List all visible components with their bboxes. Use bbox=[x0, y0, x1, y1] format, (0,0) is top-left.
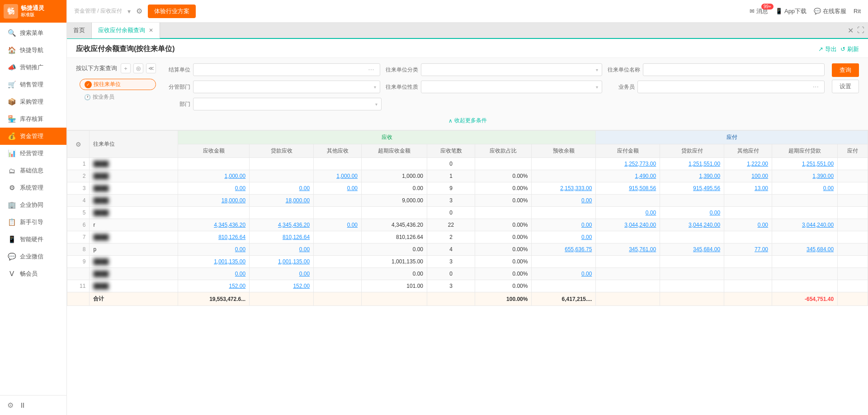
nav-dropdown-icon[interactable]: ▾ bbox=[127, 8, 131, 15]
sidebar-item-basic[interactable]: 🗂 基础信息 bbox=[0, 162, 66, 179]
hardware-icon: 📱 bbox=[7, 235, 16, 243]
settlement-unit-select[interactable]: ··· bbox=[193, 63, 380, 76]
table-settings-gear-icon[interactable]: ⚙ bbox=[75, 141, 81, 148]
other-recv-col: 其他应收 bbox=[314, 144, 362, 158]
finance-icon: 💰 bbox=[7, 132, 16, 140]
other-pay-col: 其他应付 bbox=[724, 144, 772, 158]
member-icon: Ⅴ bbox=[7, 270, 16, 278]
header-settings-icon[interactable]: ⚙ bbox=[136, 7, 142, 15]
message-icon: ✉ bbox=[750, 8, 755, 14]
unit-nature-select[interactable]: ▾ bbox=[421, 81, 603, 93]
recv-amount-col: 应收金额 bbox=[178, 144, 250, 158]
tab-close-window-icon[interactable]: ✕ bbox=[848, 26, 854, 35]
sidebar-item-system[interactable]: ⚙ 系统管理 bbox=[0, 179, 66, 196]
footer-recv-ratio: 100.00% bbox=[475, 292, 531, 306]
unit-name-input[interactable] bbox=[643, 63, 825, 76]
staff-dots-icon[interactable]: ··· bbox=[811, 83, 821, 91]
back-scheme-icon[interactable]: ≪ bbox=[146, 63, 156, 73]
online-service-button[interactable]: 💬 在线客服 bbox=[814, 7, 846, 15]
dept-select[interactable]: ▾ bbox=[193, 98, 382, 110]
table-row: 9████1,001,135.001,001,135.001,001,135.0… bbox=[67, 256, 868, 268]
purchase-icon: 📦 bbox=[7, 98, 16, 106]
table-row: 11████152.00152.00101.0030.00% bbox=[67, 280, 868, 292]
sidebar-item-operation[interactable]: 📊 经营管理 bbox=[0, 145, 66, 162]
add-scheme-icon[interactable]: ＋ bbox=[121, 63, 131, 73]
sidebar-bottom: ⚙ ⏸ bbox=[0, 395, 66, 415]
filter-scheme-bar: 按以下方案查询 ＋ ◎ ≪ bbox=[76, 63, 156, 73]
manage-dept-arrow-icon: ▾ bbox=[374, 85, 376, 90]
sidebar-item-wechat[interactable]: 💬 企业微信 bbox=[0, 248, 66, 265]
page-header: 应收应付余额查询(按往来单位) ↗ 导出 ↺ 刷新 bbox=[67, 39, 868, 58]
sidebar-item-quicknav[interactable]: 🏠 快捷导航 bbox=[0, 42, 66, 59]
search-menu-icon: 🔍 bbox=[7, 29, 16, 37]
sidebar: 畅 畅捷通灵 标准版 🔍 搜索菜单 🏠 快捷导航 📣 营销推广 🛒 销售管理 📦… bbox=[0, 0, 67, 415]
message-button[interactable]: ✉ 消息 99+ bbox=[750, 7, 768, 15]
table-row: 2████1,000.001,000.001,000.0010.00%1,490… bbox=[67, 170, 868, 182]
edit-scheme-icon[interactable]: ◎ bbox=[133, 63, 143, 73]
page-area: 应收应付余额查询(按往来单位) ↗ 导出 ↺ 刷新 按以下方案查询 bbox=[67, 39, 868, 415]
sidebar-item-purchase[interactable]: 📦 采购管理 bbox=[0, 93, 66, 110]
staff-select[interactable]: ··· bbox=[637, 81, 825, 93]
collapse-icon[interactable]: ⏸ bbox=[19, 401, 26, 410]
sidebar-item-hardware[interactable]: 📱 智能硬件 bbox=[0, 231, 66, 248]
export-button[interactable]: ↗ 导出 bbox=[818, 45, 837, 53]
collapse-button[interactable]: ∧ 收起更多条件 bbox=[448, 117, 487, 124]
overdue-recv-col: 超期应收金额 bbox=[362, 144, 427, 158]
manage-dept-select[interactable]: ▾ bbox=[193, 81, 380, 93]
sidebar-item-sales[interactable]: 🛒 销售管理 bbox=[0, 76, 66, 93]
guide-icon: 📋 bbox=[7, 218, 16, 226]
tab-fullscreen-icon[interactable]: ⛶ bbox=[857, 26, 864, 34]
refresh-button[interactable]: ↺ 刷新 bbox=[840, 45, 859, 53]
sidebar-logo: 畅 畅捷通灵 标准版 bbox=[0, 0, 66, 23]
user-profile[interactable]: Rit bbox=[854, 8, 861, 14]
sidebar-item-member[interactable]: Ⅴ 畅会员 bbox=[0, 265, 66, 282]
filter-row-1: 结算单位 ··· 往来单位分类 ▾ bbox=[163, 63, 825, 76]
query-buttons: 查询 设置 bbox=[832, 63, 859, 115]
sidebar-item-finance[interactable]: 💰 资金管理 bbox=[0, 128, 66, 145]
footer-pay-total: -654,751.40 bbox=[772, 292, 838, 306]
tab-controls: ✕ ⛶ bbox=[848, 26, 868, 35]
inventory-icon: 🏪 bbox=[7, 115, 16, 123]
unit-category-field: 往来单位分类 ▾ bbox=[386, 63, 603, 76]
pay-amount-col: 应付金额 bbox=[596, 144, 660, 158]
settings-col-header[interactable]: ⚙ bbox=[67, 131, 90, 158]
export-icon: ↗ bbox=[818, 46, 823, 52]
table-group-header-row: ⚙ 往来单位 应收 应付 bbox=[67, 131, 868, 144]
query-button[interactable]: 查询 bbox=[832, 63, 859, 77]
footer-row: 合计 19,553,472.6... 100.00% 6,417,215....… bbox=[67, 292, 868, 306]
recv-ratio-col: 应收款占比 bbox=[475, 144, 531, 158]
dept-arrow-icon: ▾ bbox=[375, 102, 377, 107]
table-row: 1████01,252,773.001,251,551.001,222.001,… bbox=[67, 158, 868, 170]
table-area[interactable]: ⚙ 往来单位 应收 应付 应收金额 贷款应收 其他应收 超期应收金额 应收笔数 … bbox=[67, 130, 868, 415]
tab-query[interactable]: 应收应付余额查询 ✕ bbox=[92, 22, 160, 38]
set-button[interactable]: 设置 bbox=[832, 80, 859, 93]
pay-col: 应付 bbox=[838, 144, 868, 158]
app-icon: 📱 bbox=[775, 8, 783, 14]
service-icon: 💬 bbox=[814, 8, 821, 14]
staff-field: 业务员 ··· bbox=[608, 81, 825, 93]
settlement-dots-icon[interactable]: ··· bbox=[366, 66, 376, 74]
app-download-button[interactable]: 📱 App下载 bbox=[775, 7, 807, 15]
sidebar-item-inventory[interactable]: 🏪 库存核算 bbox=[0, 110, 66, 128]
unit-category-select[interactable]: ▾ bbox=[421, 63, 603, 76]
promo-button[interactable]: 体验行业方案 bbox=[148, 5, 196, 18]
sidebar-item-corp[interactable]: 🏢 企业协同 bbox=[0, 196, 66, 214]
sidebar-item-search[interactable]: 🔍 搜索菜单 bbox=[0, 24, 66, 42]
settings-icon[interactable]: ⚙ bbox=[7, 401, 14, 410]
manage-dept-field: 分管部门 ▾ bbox=[163, 81, 380, 93]
scheme-by-unit-button[interactable]: ✓ 按往来单位 bbox=[80, 79, 156, 90]
wechat-icon: 💬 bbox=[7, 253, 16, 261]
scheme-by-staff-button[interactable]: 🕐 按业务员 bbox=[80, 92, 156, 102]
scheme-icons: ＋ ◎ ≪ bbox=[121, 63, 156, 73]
sidebar-item-guide[interactable]: 📋 新手引导 bbox=[0, 214, 66, 231]
unit-nature-field: 往来单位性质 ▾ bbox=[386, 81, 603, 93]
sidebar-item-marketing[interactable]: 📣 营销推广 bbox=[0, 59, 66, 76]
unit-nature-arrow-icon: ▾ bbox=[596, 85, 598, 90]
unit-name-field: 往来单位名称 bbox=[608, 63, 825, 76]
operation-icon: 📊 bbox=[7, 149, 16, 157]
tab-close-icon[interactable]: ✕ bbox=[149, 27, 153, 33]
tab-home[interactable]: 首页 bbox=[67, 22, 92, 38]
table-row: 5████00.000.00 bbox=[67, 207, 868, 219]
dept-field: 部门 ▾ bbox=[163, 98, 382, 110]
refresh-icon: ↺ bbox=[840, 46, 845, 52]
